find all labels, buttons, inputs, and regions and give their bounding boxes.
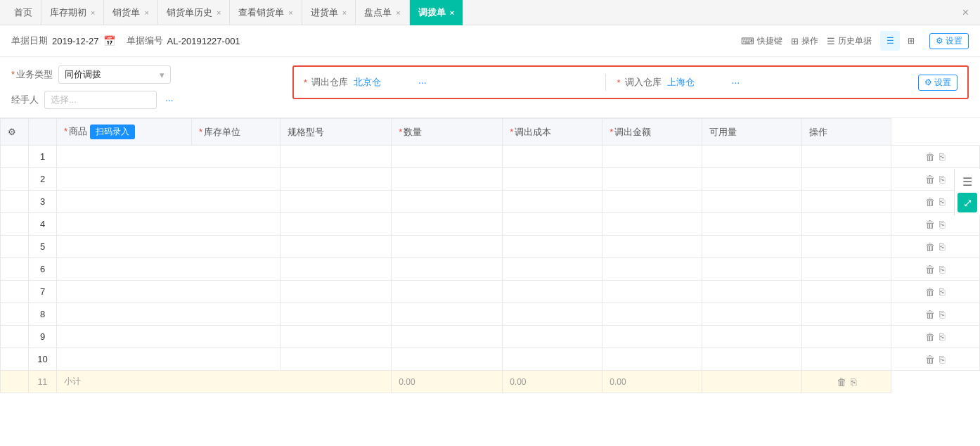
row-avail-cell[interactable]: [802, 191, 891, 213]
close-tab-inventory-init[interactable]: ×: [91, 8, 95, 17]
row-unit-cell[interactable]: [281, 191, 392, 213]
row-product-cell[interactable]: [57, 326, 281, 348]
row-qty-cell[interactable]: [503, 146, 602, 168]
row-product-cell[interactable]: [57, 303, 281, 326]
settings-button[interactable]: ⚙ 设置: [929, 33, 969, 49]
row-unit-cell[interactable]: [281, 281, 392, 303]
handler-select[interactable]: 选择...: [44, 91, 157, 109]
row-qty-cell[interactable]: [503, 191, 602, 213]
row-product-cell[interactable]: [57, 191, 281, 213]
close-tab-sales-history[interactable]: ×: [217, 8, 221, 17]
row-product-cell[interactable]: [57, 236, 281, 258]
row-spec-cell[interactable]: [392, 236, 503, 258]
tab-sales-order[interactable]: 销货单 ×: [104, 0, 157, 25]
in-warehouse-value[interactable]: 上海仓: [667, 76, 723, 89]
row-unit-cell[interactable]: [281, 213, 392, 236]
row-qty-cell[interactable]: [503, 258, 602, 281]
copy-icon[interactable]: ⎘: [939, 151, 945, 163]
sidebar-list-icon[interactable]: ☰: [958, 172, 977, 191]
scan-button[interactable]: 扫码录入: [90, 125, 135, 139]
row-spec-cell[interactable]: [392, 326, 503, 348]
copy-icon[interactable]: ⎘: [851, 376, 856, 388]
delete-icon[interactable]: 🗑: [925, 219, 935, 230]
layout-grid-btn[interactable]: ⊞: [901, 31, 921, 51]
row-product-cell[interactable]: [57, 258, 281, 281]
delete-icon[interactable]: 🗑: [925, 196, 935, 208]
out-warehouse-value[interactable]: 北京仓: [354, 76, 410, 89]
copy-icon[interactable]: ⎘: [939, 331, 945, 343]
row-unit-cell[interactable]: [281, 258, 392, 281]
close-tab-transfer[interactable]: ×: [450, 8, 454, 17]
delete-icon[interactable]: 🗑: [837, 376, 846, 388]
row-spec-cell[interactable]: [392, 191, 503, 213]
row-qty-cell[interactable]: [503, 168, 602, 191]
row-product-cell[interactable]: [57, 348, 281, 371]
delete-icon[interactable]: 🗑: [925, 174, 935, 185]
tab-view-sales[interactable]: 查看销货单 ×: [230, 0, 302, 25]
row-avail-cell[interactable]: [802, 146, 891, 168]
delete-icon[interactable]: 🗑: [925, 331, 935, 343]
layout-list-btn[interactable]: ☰: [880, 31, 900, 51]
row-cost-cell[interactable]: [602, 326, 702, 348]
tab-home[interactable]: 首页: [6, 0, 41, 25]
business-type-select[interactable]: 同价调拨 ▾: [58, 65, 171, 84]
out-warehouse-more-btn[interactable]: ···: [415, 77, 430, 88]
row-unit-cell[interactable]: [281, 236, 392, 258]
delete-icon[interactable]: 🗑: [925, 309, 935, 320]
delete-icon[interactable]: 🗑: [925, 286, 935, 298]
close-tab-view-sales[interactable]: ×: [288, 8, 292, 17]
row-spec-cell[interactable]: [392, 303, 503, 326]
doc-number-value[interactable]: AL-20191227-001: [167, 36, 240, 46]
copy-icon[interactable]: ⎘: [939, 286, 945, 298]
row-cost-cell[interactable]: [602, 168, 702, 191]
close-all-tabs[interactable]: ×: [957, 6, 974, 19]
row-spec-cell[interactable]: [392, 281, 503, 303]
row-avail-cell[interactable]: [802, 348, 891, 371]
operations-btn[interactable]: ⊞ 操作: [791, 35, 818, 47]
tab-stocktake[interactable]: 盘点单 ×: [356, 0, 409, 25]
row-amount-cell[interactable]: [702, 146, 802, 168]
history-btn[interactable]: ☰ 历史单据: [827, 35, 872, 47]
row-product-cell[interactable]: [57, 281, 281, 303]
close-tab-purchase-order[interactable]: ×: [342, 8, 347, 17]
warehouse-settings-btn[interactable]: ⚙ 设置: [918, 75, 958, 91]
delete-icon[interactable]: 🗑: [925, 241, 935, 253]
doc-date-value[interactable]: 2019-12-27: [52, 36, 99, 46]
col-settings-header[interactable]: ⚙: [1, 119, 29, 146]
row-spec-cell[interactable]: [392, 168, 503, 191]
row-amount-cell[interactable]: [702, 236, 802, 258]
row-amount-cell[interactable]: [702, 281, 802, 303]
row-unit-cell[interactable]: [281, 348, 392, 371]
row-amount-cell[interactable]: [702, 348, 802, 371]
row-avail-cell[interactable]: [802, 303, 891, 326]
row-avail-cell[interactable]: [802, 281, 891, 303]
shortcuts-btn[interactable]: ⌨ 快捷键: [741, 35, 782, 47]
delete-icon[interactable]: 🗑: [925, 151, 935, 163]
row-qty-cell[interactable]: [503, 348, 602, 371]
tab-inventory-init[interactable]: 库存期初 ×: [41, 0, 104, 25]
calendar-icon[interactable]: 📅: [103, 35, 115, 46]
sidebar-expand-icon[interactable]: ⤢: [958, 193, 977, 212]
row-product-cell[interactable]: [57, 168, 281, 191]
copy-icon[interactable]: ⎘: [939, 196, 945, 208]
copy-icon[interactable]: ⎘: [939, 174, 945, 185]
row-amount-cell[interactable]: [702, 213, 802, 236]
row-amount-cell[interactable]: [702, 258, 802, 281]
row-cost-cell[interactable]: [602, 236, 702, 258]
row-product-cell[interactable]: [57, 213, 281, 236]
copy-icon[interactable]: ⎘: [939, 219, 945, 230]
in-warehouse-more-btn[interactable]: ···: [729, 77, 743, 88]
row-spec-cell[interactable]: [392, 146, 503, 168]
row-avail-cell[interactable]: [802, 236, 891, 258]
row-qty-cell[interactable]: [503, 281, 602, 303]
row-spec-cell[interactable]: [392, 348, 503, 371]
row-qty-cell[interactable]: [503, 236, 602, 258]
row-product-cell[interactable]: [57, 146, 281, 168]
row-unit-cell[interactable]: [281, 326, 392, 348]
tab-sales-history[interactable]: 销货单历史 ×: [158, 0, 230, 25]
row-qty-cell[interactable]: [503, 213, 602, 236]
row-cost-cell[interactable]: [602, 191, 702, 213]
row-spec-cell[interactable]: [392, 213, 503, 236]
handler-more-btn[interactable]: ···: [162, 94, 176, 106]
row-cost-cell[interactable]: [602, 258, 702, 281]
